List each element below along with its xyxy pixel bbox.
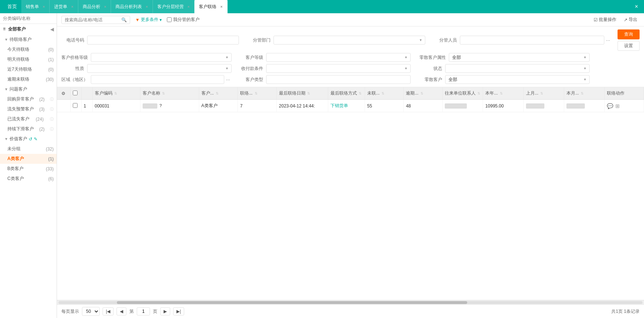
- sidebar: 🔍 ⠿ 全部客户 ◀ ▼ 待联络客户 今天待联络 (0) 明天待联络 (1): [0, 13, 57, 318]
- horizontal-scrollbar[interactable]: [57, 300, 644, 304]
- th-not-contacted[interactable]: 未联... ⇅: [365, 87, 404, 100]
- my-customers-checkbox[interactable]: [167, 17, 172, 22]
- filter-dots-region[interactable]: ···: [224, 77, 232, 82]
- sort-icon-lm: ⇅: [540, 92, 543, 95]
- info-icon-4[interactable]: ⓘ: [50, 127, 54, 132]
- sidebar-item-tomorrow[interactable]: 明天待联络 (1): [0, 54, 57, 64]
- prev-page-btn[interactable]: ◀: [117, 307, 126, 315]
- sidebar-item-ungrouped[interactable]: 未分组 (32): [0, 144, 57, 154]
- sidebar-item-class-c[interactable]: C类客户 (6): [0, 174, 57, 184]
- th-unit-contact[interactable]: 往来单位联系人 ⇅: [443, 87, 483, 100]
- tab-sales-order[interactable]: 销售单 ×: [21, 0, 50, 13]
- tab-customer-segment[interactable]: 客户分层经营 ×: [153, 0, 194, 13]
- th-last-contact-method[interactable]: 最后联络方式 ⇅: [328, 87, 365, 100]
- sidebar-item-declining[interactable]: 持续下滑客户 (2) ⓘ: [0, 124, 57, 134]
- tab-sales-order-close[interactable]: ×: [43, 4, 45, 9]
- sidebar-group-value-title[interactable]: ▼ 价值客户 ↺ ✎: [0, 134, 57, 144]
- message-icon[interactable]: 💬: [607, 103, 613, 109]
- sidebar-item-overdue[interactable]: 逾期未联络 (30): [0, 74, 57, 84]
- tab-purchase-order[interactable]: 进货单 ×: [50, 0, 78, 13]
- td-last-contact-method[interactable]: 下销货单: [328, 100, 365, 112]
- sidebar-all-customers[interactable]: ⠿ 全部客户 ◀: [0, 24, 57, 35]
- page-input[interactable]: [137, 307, 150, 315]
- th-last-month[interactable]: 上月... ⇅: [523, 87, 564, 100]
- grid-icon: ⠿: [3, 27, 6, 31]
- th-this-year[interactable]: 本年... ⇅: [483, 87, 523, 100]
- filter-select-retail-attr[interactable]: 全部: [449, 53, 590, 62]
- query-btn[interactable]: 查询: [618, 29, 640, 39]
- filter-search-input[interactable]: [65, 17, 120, 22]
- per-page-select[interactable]: 50: [82, 307, 100, 316]
- filter-input-phone[interactable]: [87, 36, 239, 45]
- tab-product-analysis-list-close[interactable]: ×: [146, 4, 148, 9]
- sidebar-item-7days[interactable]: 近7天待联络 (0): [0, 64, 57, 74]
- th-customer-code[interactable]: 客户编码 ⇅: [92, 87, 140, 100]
- th-contact[interactable]: 联络... ⇅: [238, 87, 277, 100]
- tab-customer-contact[interactable]: 客户联络 ×: [194, 0, 227, 13]
- info-icon-2[interactable]: ⓘ: [50, 107, 54, 112]
- export-btn[interactable]: ↗ 导出: [622, 15, 640, 24]
- filter-more-btn[interactable]: ▼ 更多条件 ▾: [133, 15, 164, 24]
- filter-select-dept[interactable]: [273, 36, 425, 45]
- filter-select-payment[interactable]: [266, 64, 411, 73]
- table-select-all[interactable]: [73, 91, 78, 95]
- filter-label-customer-level: 客户等级: [240, 54, 266, 61]
- sidebar-group-pending-title[interactable]: ▼ 待联络客户: [0, 35, 57, 45]
- sidebar-item-today[interactable]: 今天待联络 (0): [0, 45, 57, 54]
- filter-select-customer-level[interactable]: [266, 53, 411, 62]
- sidebar-item-class-b[interactable]: B类客户 (33): [0, 164, 57, 174]
- settings-btn[interactable]: 设置: [618, 41, 640, 51]
- filter-select-price-level[interactable]: [91, 53, 232, 62]
- th-customer-name[interactable]: 客户名称 ⇅: [140, 87, 199, 100]
- batch-ops-btn[interactable]: ☑ 批量操作: [591, 15, 619, 24]
- sidebar-item-repurchase-anomaly[interactable]: 回购异常客户 (2) ⓘ: [0, 94, 57, 104]
- tab-purchase-order-close[interactable]: ×: [71, 4, 73, 9]
- filter-select-retail[interactable]: 全部: [445, 75, 590, 84]
- sidebar-collapse-btn[interactable]: ◀: [50, 27, 54, 32]
- tab-product-analysis-close[interactable]: ×: [104, 4, 106, 9]
- filter-dots-manager[interactable]: ···: [604, 37, 612, 43]
- th-this-month[interactable]: 本月... ⇅: [564, 87, 604, 100]
- td-customer-code: 000031: [92, 100, 140, 112]
- sidebar-item-churned[interactable]: 已流失客户 (24) ⓘ: [0, 114, 57, 124]
- sidebar-item-churn-warning[interactable]: 流失预警客户 (3) ⓘ: [0, 104, 57, 114]
- th-customer-type[interactable]: 客户... ⇅: [199, 87, 238, 100]
- info-icon-3[interactable]: ⓘ: [50, 117, 54, 122]
- hscroll-thumb[interactable]: [117, 301, 467, 304]
- tab-product-analysis-list[interactable]: 商品分析列表 ×: [111, 0, 153, 13]
- qr-icon[interactable]: ⊞: [615, 103, 620, 109]
- sidebar-item-overdue-count: (30): [46, 77, 54, 82]
- tab-product-analysis[interactable]: 商品分析 ×: [78, 0, 111, 13]
- filter-select-nature[interactable]: [87, 64, 232, 73]
- sort-icon-nc: ⇅: [382, 92, 384, 95]
- th-overdue[interactable]: 逾期... ⇅: [404, 87, 443, 100]
- td-checkbox[interactable]: [70, 100, 81, 112]
- info-icon-1[interactable]: ⓘ: [50, 97, 54, 102]
- home-tab[interactable]: 首页: [3, 0, 21, 13]
- last-contact-method-link[interactable]: 下销货单: [330, 103, 348, 108]
- td-action: 💬 ⊞: [605, 100, 644, 112]
- refresh-icon[interactable]: ↺: [29, 137, 32, 142]
- row-checkbox[interactable]: [73, 103, 78, 108]
- sidebar-group-problem-title[interactable]: ▼ 问题客户: [0, 84, 57, 94]
- edit-icon[interactable]: ✎: [34, 137, 37, 142]
- my-customers-checkbox-label[interactable]: 我分管的客户: [167, 17, 200, 23]
- th-checkbox[interactable]: [70, 87, 81, 100]
- sidebar-item-class-a[interactable]: A类客户 (1): [0, 154, 57, 164]
- tab-customer-segment-close[interactable]: ×: [187, 4, 190, 9]
- filter-select-status[interactable]: [445, 64, 590, 73]
- first-page-btn[interactable]: |◀: [103, 307, 114, 315]
- filter-input-region[interactable]: [91, 75, 224, 84]
- filter-input-manager[interactable]: [460, 36, 604, 45]
- th-last-contact-date[interactable]: 最后联络日期 ⇅: [276, 87, 328, 100]
- settings-icon[interactable]: ⚙: [61, 91, 65, 96]
- next-page-btn[interactable]: ▶: [160, 307, 170, 315]
- topbar-window-close[interactable]: ×: [632, 3, 641, 10]
- sidebar-search-input[interactable]: [3, 16, 57, 21]
- th-settings[interactable]: ⚙: [57, 87, 70, 100]
- tab-customer-contact-close[interactable]: ×: [220, 4, 222, 9]
- filter-search-icon[interactable]: 🔍: [121, 17, 127, 22]
- hscroll-track: [58, 301, 643, 304]
- filter-input-customer-type[interactable]: [266, 75, 411, 84]
- last-page-btn[interactable]: ▶|: [173, 307, 184, 315]
